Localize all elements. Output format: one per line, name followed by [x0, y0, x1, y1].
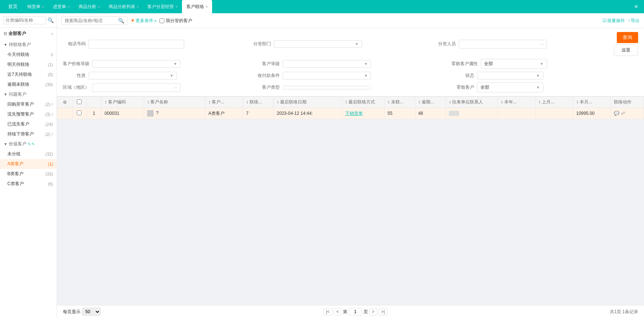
- col-settings[interactable]: ⚙: [57, 97, 72, 108]
- filter-retail-attr: 零散客户属性 全部 ▼: [451, 59, 638, 69]
- col-checkbox-header[interactable]: [72, 97, 86, 108]
- nav-close-0[interactable]: ×: [42, 5, 44, 9]
- customer-type-select[interactable]: [283, 86, 371, 89]
- last-page-button[interactable]: >|: [379, 308, 387, 315]
- payment-select[interactable]: ▼: [283, 72, 371, 80]
- select-all-checkbox[interactable]: [77, 99, 82, 104]
- staff-select[interactable]: ···: [459, 40, 547, 49]
- col-type-header[interactable]: ↕ 客户...: [205, 97, 243, 108]
- sidebar-item-abnormal[interactable]: 回购异常客户 (2) ℹ: [0, 99, 57, 109]
- row-select-checkbox[interactable]: [77, 110, 82, 115]
- sidebar-group-problem[interactable]: ▼ 问题客户: [0, 89, 57, 99]
- sidebar-item-today[interactable]: 今天待联络 0: [0, 50, 57, 60]
- nav-tab-1[interactable]: 进货单 ×: [49, 0, 74, 13]
- nav-home[interactable]: 首页: [3, 0, 23, 13]
- col-sort-icon-12: ↕: [576, 99, 578, 105]
- col-code-header[interactable]: ↕ 客户编码: [101, 97, 144, 108]
- my-customers-checkbox[interactable]: [160, 18, 164, 23]
- table-body: 1 000031 ? A类客户 7 2023-04-12 14:44: 下销货单…: [57, 108, 644, 119]
- col-thismo-header[interactable]: ↕ 本月...: [573, 97, 611, 108]
- nav-tab-3[interactable]: 商品分析列表 ×: [104, 0, 143, 13]
- sidebar-item-unclassified[interactable]: 未分组 (32): [0, 149, 57, 159]
- sidebar-search-input[interactable]: [3, 16, 46, 24]
- nav-tab-2[interactable]: 商品分析 ×: [74, 0, 104, 13]
- col-contact-header[interactable]: ↕ 联络...: [243, 97, 273, 108]
- dept-select[interactable]: ▼: [274, 40, 362, 48]
- sidebar-group-value[interactable]: ▼ 价值客户 ↻ ✎: [0, 139, 57, 149]
- table-container: ⚙ ↕ 客户编码 ↕ 客户名称: [57, 96, 644, 305]
- col-sort-icon-11: ↕: [539, 99, 541, 105]
- retail-attr-select[interactable]: 全部 ▼: [481, 59, 547, 69]
- batch-op-button[interactable]: ☑ 批量操作: [602, 18, 625, 24]
- area-select[interactable]: ···: [92, 83, 180, 92]
- settings-gear-icon[interactable]: ⚙: [63, 100, 67, 105]
- filter-customer-grade: 客户等级 ▼: [257, 60, 444, 68]
- row-checkbox[interactable]: [72, 108, 86, 119]
- retail-select[interactable]: 全部 ▼: [477, 82, 543, 92]
- page-number-input[interactable]: [349, 308, 362, 315]
- col-sort-icon-10: ↕: [501, 99, 503, 105]
- sidebar-item-overdue[interactable]: 逾期未联络 (30): [0, 80, 57, 89]
- export-button[interactable]: ↑ 导出: [628, 18, 640, 24]
- prev-page-button[interactable]: <: [334, 308, 341, 315]
- sidebar-search-icon[interactable]: 🔍: [47, 17, 54, 23]
- more-filters-arrow: ∧: [154, 19, 157, 23]
- qr-icon[interactable]: ☍: [621, 111, 625, 116]
- nav-close-2[interactable]: ×: [98, 5, 100, 9]
- col-method-header[interactable]: ↕ 最后联络方式: [342, 97, 384, 108]
- sidebar-collapse-icon[interactable]: ‹: [51, 31, 53, 36]
- col-unlinked-header[interactable]: ↕ 未联...: [384, 97, 415, 108]
- nav-tab-5[interactable]: 客户联络 ×: [182, 0, 212, 13]
- nav-tab-0[interactable]: 销货单 ×: [23, 0, 49, 13]
- col-date-header[interactable]: ↕ 最后联络日期: [273, 97, 342, 108]
- check-icon: ☑: [602, 18, 607, 23]
- row-name[interactable]: ?: [144, 108, 205, 119]
- price-grade-select[interactable]: ▼: [92, 60, 180, 68]
- sidebar-item-a-class[interactable]: A类客户 (1): [0, 159, 57, 169]
- customer-avatar: [147, 110, 154, 117]
- edit-icon[interactable]: ✎: [32, 142, 35, 146]
- filter-retail: 零散客户 全部 ▼: [451, 82, 638, 92]
- sidebar-all-customers[interactable]: ☷ 全部客户 ‹: [0, 28, 57, 40]
- sidebar-item-c-class[interactable]: C类客户 (6): [0, 179, 57, 189]
- query-button[interactable]: 查询: [617, 32, 638, 43]
- sidebar-item-tomorrow[interactable]: 明天待联络 (1): [0, 60, 57, 70]
- col-visits-header[interactable]: ↕ 往来单位联系人: [446, 97, 498, 108]
- col-lastmo-header[interactable]: ↕ 上月...: [535, 97, 573, 108]
- sidebar-item-churned[interactable]: 已流失客户 (24): [0, 119, 57, 129]
- nature-select[interactable]: ▼: [89, 72, 177, 80]
- customer-grade-select[interactable]: ▼: [283, 60, 371, 68]
- method-link[interactable]: 下销货单: [345, 111, 363, 116]
- nav-close-1[interactable]: ×: [68, 5, 70, 9]
- main-search-icon[interactable]: 🔍: [118, 18, 124, 24]
- window-close-button[interactable]: ×: [631, 3, 641, 11]
- table-row[interactable]: 1 000031 ? A类客户 7 2023-04-12 14:44: 下销货单…: [57, 108, 644, 119]
- row-type: A类客户: [205, 108, 243, 119]
- more-filters-button[interactable]: ▼ 更多条件 ∧: [130, 18, 157, 24]
- chat-icon[interactable]: 💬: [614, 111, 619, 116]
- nav-close-4[interactable]: ×: [175, 5, 178, 9]
- col-year-header[interactable]: ↕ 本年...: [498, 97, 536, 108]
- page-size-select[interactable]: 50 100 200: [82, 308, 101, 316]
- sidebar-group-pending[interactable]: ▼ 待联络客户: [0, 40, 57, 50]
- next-page-button[interactable]: >: [369, 308, 377, 315]
- col-name-header[interactable]: ↕ 客户名称: [144, 97, 205, 108]
- sidebar-item-7days[interactable]: 近7天待联络 (0): [0, 70, 57, 80]
- nav-close-3[interactable]: ×: [137, 5, 139, 9]
- row-year: [498, 108, 536, 119]
- filter-bar: 🔍 ▼ 更多条件 ∧ 我分管的客户 ☑ 批量操作 ↑ 导出: [57, 13, 644, 28]
- row-method[interactable]: 下销货单: [342, 108, 384, 119]
- sidebar-item-churn-warning[interactable]: 流失预警客户 (3) ℹ: [0, 109, 57, 119]
- phone-input[interactable]: [89, 40, 184, 49]
- refresh-icon[interactable]: ↻: [28, 142, 31, 146]
- col-overdue-header[interactable]: ↕ 逾期...: [415, 97, 446, 108]
- sidebar-item-b-class[interactable]: B类客户 (33): [0, 169, 57, 179]
- nav-close-5[interactable]: ×: [205, 5, 208, 9]
- sidebar-search-container: 🔍: [0, 13, 57, 28]
- settings-button[interactable]: 设置: [614, 45, 638, 56]
- sidebar-item-declining[interactable]: 持续下滑客户 (2) ℹ: [0, 129, 57, 139]
- nav-tab-4[interactable]: 客户分层经营 ×: [143, 0, 182, 13]
- main-search-input[interactable]: [65, 18, 118, 23]
- status-select[interactable]: ▼: [477, 72, 543, 80]
- first-page-button[interactable]: |<: [323, 308, 332, 315]
